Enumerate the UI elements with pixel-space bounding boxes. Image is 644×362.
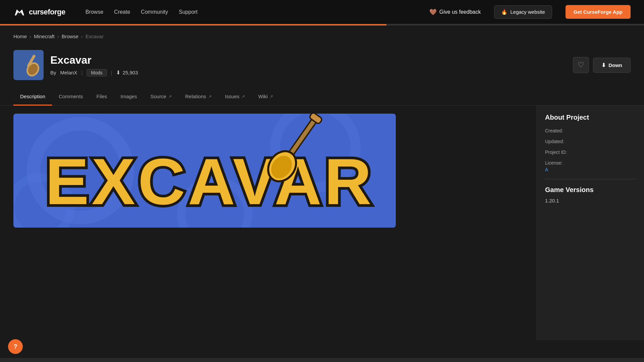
updated-field: Updated: — [545, 139, 636, 144]
download-button[interactable]: ⬇ Down — [593, 58, 631, 73]
project-actions: ♡ ⬇ Down — [573, 57, 631, 73]
tab-wiki-label: Wiki — [258, 94, 268, 99]
nav-support[interactable]: Support — [179, 9, 198, 15]
tab-description[interactable]: Description — [13, 88, 52, 106]
fire-icon: 🔥 — [501, 9, 507, 15]
tab-issues-label: Issues — [225, 94, 239, 99]
download-icon: ⬇ — [116, 69, 120, 76]
get-app-button[interactable]: Get CurseForge App — [566, 5, 631, 19]
license-value[interactable]: A — [545, 167, 636, 172]
breadcrumb-sep-3: › — [81, 34, 83, 39]
tabs-bar: Description Comments Files Images Source… — [0, 88, 644, 106]
project-id-label: Project ID: — [545, 149, 636, 155]
heart-icon: ♡ — [578, 61, 584, 69]
download-icon-btn: ⬇ — [601, 62, 606, 68]
banner-svg: EXCAVAR EXCAVAR — [13, 114, 396, 228]
logo-icon — [13, 6, 25, 18]
feedback-label: Give us feedback — [439, 9, 481, 15]
breadcrumb-browse[interactable]: Browse — [62, 34, 78, 39]
nav-create[interactable]: Create — [114, 9, 130, 15]
svg-text:EXCAVAR: EXCAVAR — [45, 145, 374, 218]
tab-issues[interactable]: Issues ↗ — [218, 88, 252, 106]
license-field: License: A — [545, 160, 636, 172]
legacy-label: Legacy website — [510, 9, 545, 15]
issues-external-icon: ↗ — [241, 94, 245, 99]
breadcrumb-home[interactable]: Home — [13, 34, 27, 39]
help-icon: ? — [14, 343, 17, 350]
tab-description-label: Description — [20, 94, 45, 99]
project-meta: By MelanX | Mods | ⬇ 25,903 — [50, 69, 566, 76]
created-field: Created: — [545, 128, 636, 133]
version-tag: 1.20.1 — [545, 198, 636, 203]
project-icon — [13, 50, 44, 80]
tab-wiki[interactable]: Wiki ↗ — [252, 88, 280, 106]
project-header: Excavar By MelanX | Mods | ⬇ 25,903 ♡ ⬇ … — [0, 45, 644, 88]
breadcrumb-sep-1: › — [30, 34, 31, 39]
download-count: 25,903 — [122, 70, 138, 75]
get-app-label: Get CurseForge App — [574, 9, 623, 15]
project-author[interactable]: MelanX — [60, 70, 77, 75]
breadcrumb-current: Excavar — [86, 34, 104, 39]
logo[interactable]: curseforge — [13, 6, 65, 18]
tab-relations[interactable]: Relations ↗ — [178, 88, 218, 106]
breadcrumb-minecraft[interactable]: Minecraft — [34, 34, 55, 39]
project-author-prefix: By — [50, 70, 56, 75]
nav-community[interactable]: Community — [141, 9, 168, 15]
tab-relations-label: Relations — [185, 94, 206, 99]
created-label: Created: — [545, 128, 636, 133]
nav-browse[interactable]: Browse — [86, 9, 103, 15]
project-downloads: ⬇ 25,903 — [116, 69, 138, 76]
main-content: EXCAVAR EXCAVAR About Project Created: — [0, 106, 644, 340]
relations-external-icon: ↗ — [208, 94, 212, 99]
tab-files-label: Files — [97, 94, 107, 99]
project-icon-svg — [13, 50, 44, 80]
feedback-button[interactable]: 🤎 Give us feedback — [429, 8, 481, 16]
source-external-icon: ↗ — [168, 94, 172, 99]
tab-files[interactable]: Files — [90, 88, 114, 106]
breadcrumb-sep-2: › — [57, 34, 59, 39]
tab-source-label: Source — [150, 94, 166, 99]
sidebar: About Project Created: Updated: Project … — [537, 106, 644, 340]
help-button[interactable]: ? — [8, 339, 23, 354]
favorite-button[interactable]: ♡ — [573, 57, 589, 73]
sidebar-divider — [545, 179, 636, 179]
feedback-heart-icon: 🤎 — [429, 8, 437, 16]
tab-comments[interactable]: Comments — [52, 88, 90, 106]
download-label: Down — [608, 62, 622, 68]
tab-images-label: Images — [120, 94, 137, 99]
license-label: License: — [545, 160, 636, 166]
tab-comments-label: Comments — [59, 94, 83, 99]
header: curseforge Browse Create Community Suppo… — [0, 0, 644, 24]
tab-source[interactable]: Source ↗ — [144, 88, 178, 106]
tab-images[interactable]: Images — [114, 88, 144, 106]
legacy-website-button[interactable]: 🔥 Legacy website — [494, 5, 552, 19]
logo-text: curseforge — [29, 8, 65, 16]
about-project-title: About Project — [545, 114, 636, 121]
content-area: EXCAVAR EXCAVAR — [0, 106, 537, 340]
project-id-field: Project ID: — [545, 149, 636, 155]
project-info: Excavar By MelanX | Mods | ⬇ 25,903 — [50, 54, 566, 76]
project-title: Excavar — [50, 54, 566, 66]
breadcrumb: Home › Minecraft › Browse › Excavar — [0, 25, 644, 45]
bottom-scrollbar[interactable] — [0, 358, 644, 362]
updated-label: Updated: — [545, 139, 636, 144]
wiki-external-icon: ↗ — [270, 94, 273, 99]
project-category-badge[interactable]: Mods — [87, 69, 107, 76]
project-banner: EXCAVAR EXCAVAR — [13, 114, 396, 228]
nav: Browse Create Community Support — [86, 9, 416, 15]
game-versions-title: Game Versions — [545, 186, 636, 194]
